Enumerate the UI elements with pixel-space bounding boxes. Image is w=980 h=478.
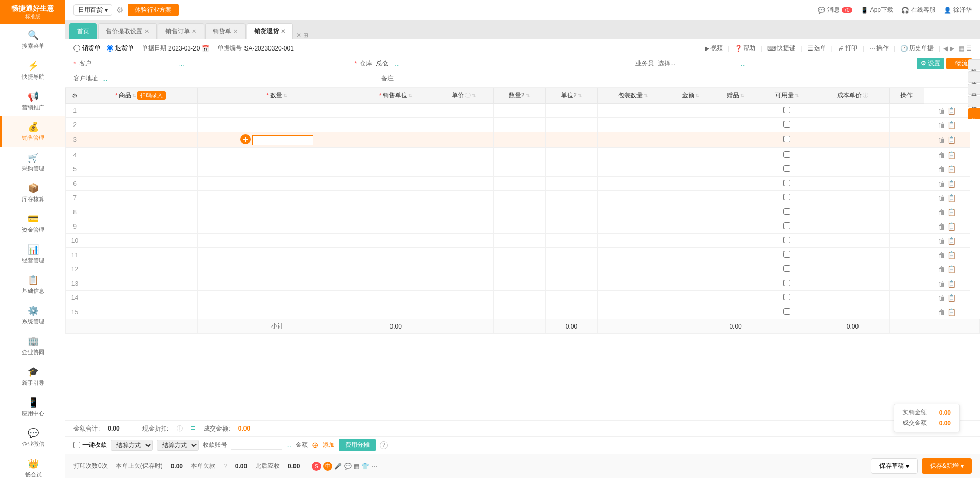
delete-icon-11[interactable]: 🗑 xyxy=(938,251,945,259)
cell-available-6[interactable] xyxy=(816,177,889,191)
cell-unit2-1[interactable] xyxy=(598,104,668,118)
cell-cost-price-7[interactable] xyxy=(889,191,924,205)
cell-sales-unit-5[interactable] xyxy=(434,162,493,177)
cell-pack-qty-4[interactable] xyxy=(668,148,713,162)
cell-amount-5[interactable] xyxy=(713,162,758,177)
one-click-pay-checkbox[interactable] xyxy=(74,442,80,448)
cell-product-4[interactable] xyxy=(197,148,357,162)
cell-cost-price-14[interactable] xyxy=(889,291,924,305)
radio-return[interactable]: 退货单 xyxy=(107,44,134,53)
toolbar-shortcuts[interactable]: ⌨ 快捷键 xyxy=(765,43,797,54)
cell-qty2-15[interactable] xyxy=(545,305,597,319)
tab-sales-return[interactable]: 销货退货 ✕ xyxy=(247,23,293,39)
tab-price-settings-close[interactable]: ✕ xyxy=(144,28,149,35)
cell-amount-9[interactable] xyxy=(713,219,758,234)
experience-btn[interactable]: 体验行业方案 xyxy=(128,4,179,16)
copy-icon-14[interactable]: 📋 xyxy=(947,294,956,302)
tab-sales-delivery-close[interactable]: ✕ xyxy=(233,28,238,35)
cell-unit2-8[interactable] xyxy=(598,205,668,219)
cell-unit-price-2[interactable] xyxy=(493,118,545,132)
cell-product-12[interactable] xyxy=(197,262,357,276)
icon-chat[interactable]: 💬 xyxy=(344,463,352,470)
sidebar-item-inventory[interactable]: 📦 库存核算 xyxy=(0,178,65,208)
cell-unit2-12[interactable] xyxy=(598,262,668,276)
cell-cost-price-9[interactable] xyxy=(889,219,924,234)
cell-amount-7[interactable] xyxy=(713,191,758,205)
cell-unit2-7[interactable] xyxy=(598,191,668,205)
cell-unit-price-11[interactable] xyxy=(493,248,545,262)
cell-qty2-14[interactable] xyxy=(545,291,597,305)
delete-icon-6[interactable]: 🗑 xyxy=(938,180,945,188)
cell-qty2-13[interactable] xyxy=(545,276,597,291)
gift-checkbox-6[interactable] xyxy=(783,180,790,186)
delete-icon-9[interactable]: 🗑 xyxy=(938,222,945,231)
gift-checkbox-10[interactable] xyxy=(783,237,790,243)
cell-available-11[interactable] xyxy=(816,248,889,262)
cell-product-7[interactable] xyxy=(197,191,357,205)
right-panel-btn-5[interactable]: 签章 xyxy=(968,108,980,119)
cell-qty-6[interactable] xyxy=(357,177,434,191)
cell-unit2-6[interactable] xyxy=(598,177,668,191)
current-due-help-icon[interactable]: ? xyxy=(224,463,227,470)
cell-sales-unit-4[interactable] xyxy=(434,148,493,162)
account-dots[interactable]: ... xyxy=(286,442,291,449)
cell-sales-unit-9[interactable] xyxy=(434,219,493,234)
sidebar-item-wechat[interactable]: 💬 企业微信 xyxy=(0,422,65,453)
right-panel-btn-2[interactable]: 关注 xyxy=(968,71,980,83)
cell-amount-14[interactable] xyxy=(713,291,758,305)
tab-close-all[interactable]: ✕ xyxy=(296,32,301,39)
cell-qty-2[interactable] xyxy=(357,118,434,132)
sidebar-item-enterprise[interactable]: 🏢 企业协同 xyxy=(0,331,65,361)
cell-unit2-5[interactable] xyxy=(598,162,668,177)
cell-amount-2[interactable] xyxy=(713,118,758,132)
cell-amount-10[interactable] xyxy=(713,234,758,248)
radio-sale-input[interactable] xyxy=(74,45,80,52)
cell-cost-price-15[interactable] xyxy=(889,305,924,319)
cell-cost-price-3[interactable] xyxy=(889,132,924,148)
cell-qty-5[interactable] xyxy=(357,162,434,177)
copy-icon-11[interactable]: 📋 xyxy=(947,251,956,259)
copy-icon-8[interactable]: 📋 xyxy=(947,208,956,216)
one-click-pay-check[interactable]: 一键收款 xyxy=(74,441,107,449)
cell-available-13[interactable] xyxy=(816,276,889,291)
settings-icon[interactable]: ⚙ xyxy=(116,5,124,15)
right-panel-btn-1[interactable]: 附件 xyxy=(968,59,980,70)
radio-return-input[interactable] xyxy=(107,45,113,52)
scan-btn[interactable]: 扫码录入 xyxy=(137,91,166,100)
product-input-3[interactable] xyxy=(252,135,313,145)
cell-cost-price-2[interactable] xyxy=(889,118,924,132)
cell-pack-qty-2[interactable] xyxy=(668,118,713,132)
icon-mic[interactable]: 🎤 xyxy=(334,463,342,470)
cell-amount-11[interactable] xyxy=(713,248,758,262)
cell-sales-unit-1[interactable] xyxy=(434,104,493,118)
delete-icon-8[interactable]: 🗑 xyxy=(938,208,945,216)
online-service-area[interactable]: 🎧 在线客服 xyxy=(901,6,936,14)
cell-qty-13[interactable] xyxy=(357,276,434,291)
sort-unit-price-icon[interactable]: ⇅ xyxy=(472,93,476,98)
cell-cost-price-8[interactable] xyxy=(889,205,924,219)
cell-product-14[interactable] xyxy=(197,291,357,305)
cell-sales-unit-14[interactable] xyxy=(434,291,493,305)
cell-amount-12[interactable] xyxy=(713,262,758,276)
gift-checkbox-11[interactable] xyxy=(783,251,790,258)
address-more-btn[interactable]: ... xyxy=(102,75,107,82)
fees-btn[interactable]: 费用分摊 xyxy=(339,439,376,451)
cell-qty-14[interactable] xyxy=(357,291,434,305)
tab-sales-return-close[interactable]: ✕ xyxy=(281,28,285,35)
cell-qty2-8[interactable] xyxy=(545,205,597,219)
cell-sales-unit-12[interactable] xyxy=(434,262,493,276)
sidebar-item-appstore[interactable]: 📱 应用中心 xyxy=(0,392,65,422)
save-new-btn[interactable]: 保存&新增 ▾ xyxy=(922,458,972,474)
cell-pack-qty-8[interactable] xyxy=(668,205,713,219)
delete-icon-3[interactable]: 🗑 xyxy=(938,136,945,144)
cell-available-7[interactable] xyxy=(816,191,889,205)
cell-pack-qty-12[interactable] xyxy=(668,262,713,276)
view-table-icon[interactable]: ▦ xyxy=(959,45,964,52)
sidebar-item-newbie[interactable]: 🎓 新手引导 xyxy=(0,361,65,392)
cell-qty-1[interactable] xyxy=(357,104,434,118)
cell-product-15[interactable] xyxy=(197,305,357,319)
cell-product-6[interactable] xyxy=(197,177,357,191)
fees-help-icon[interactable]: ? xyxy=(380,441,388,449)
cell-available-8[interactable] xyxy=(816,205,889,219)
cell-unit2-3[interactable] xyxy=(598,132,668,148)
